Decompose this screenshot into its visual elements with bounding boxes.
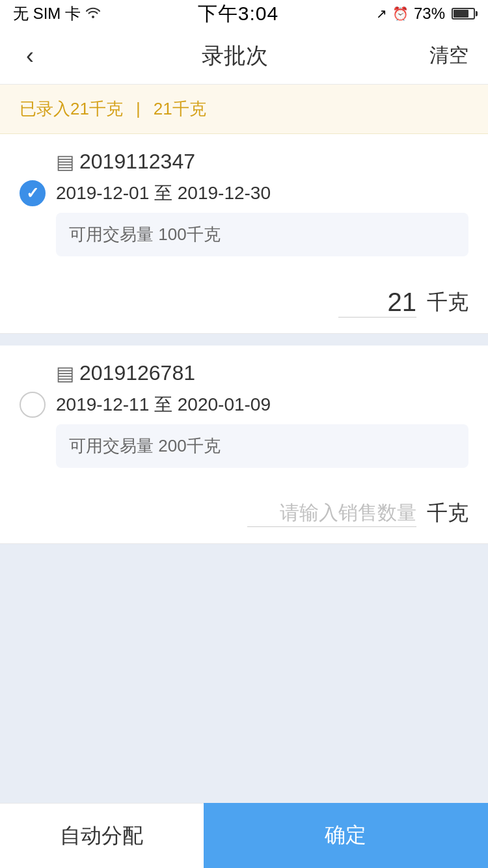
batch-1-icon: ▤ xyxy=(56,150,74,173)
bottom-bar: 自动分配 确定 xyxy=(0,803,488,868)
status-left: 无 SIM 卡 xyxy=(13,3,100,24)
status-bar: 无 SIM 卡 下午3:04 ↗ ⏰ 73% xyxy=(0,0,488,27)
batch-2-radio[interactable] xyxy=(20,392,46,418)
batch-2-available: 可用交易量 200千克 xyxy=(56,424,468,468)
clear-button[interactable]: 清空 xyxy=(429,42,468,69)
confirm-button[interactable]: 确定 xyxy=(204,803,489,868)
batch-1-date-row: 2019-12-01 至 2019-12-30 xyxy=(20,180,468,206)
batch-2-unit: 千克 xyxy=(427,499,468,528)
nav-bar: ‹ 录批次 清空 xyxy=(0,27,488,85)
battery-percent: 73% xyxy=(414,5,445,23)
batch-2-icon: ▤ xyxy=(56,362,74,385)
info-divider-icon: | xyxy=(136,99,141,119)
batch-1-quantity-field[interactable]: 21 xyxy=(338,288,416,318)
section-gap-1 xyxy=(0,334,488,346)
wifi-icon xyxy=(86,5,100,22)
batch-1-quantity-row: 21 千克 xyxy=(0,272,488,334)
battery-icon xyxy=(452,8,475,20)
batch-1-id-row: ▤ 2019112347 xyxy=(20,150,468,174)
batch-2-input-row: 请输入销售数量 千克 xyxy=(0,483,488,544)
sim-label: 无 SIM 卡 xyxy=(13,3,81,24)
batch-1-id: 2019112347 xyxy=(79,150,195,174)
auto-distribute-button[interactable]: 自动分配 xyxy=(0,803,204,868)
batch-2-quantity-field[interactable]: 请输入销售数量 xyxy=(247,500,416,527)
recorded-amount: 已录入21千克 xyxy=(20,98,123,120)
batch-item-1-inner: ▤ 2019112347 2019-12-01 至 2019-12-30 可用交… xyxy=(0,134,488,272)
batch-2-quantity-placeholder: 请输入销售数量 xyxy=(280,502,416,523)
gps-icon: ↗ xyxy=(376,6,387,21)
page-title: 录批次 xyxy=(202,41,268,71)
status-time: 下午3:04 xyxy=(198,1,278,27)
batch-1-radio[interactable] xyxy=(20,180,46,206)
alarm-icon: ⏰ xyxy=(392,6,409,21)
info-banner: 已录入21千克 | 21千克 xyxy=(0,85,488,134)
batch-item-2-inner: ▤ 2019126781 2019-12-11 至 2020-01-09 可用交… xyxy=(0,346,488,483)
total-amount: 21千克 xyxy=(154,98,206,120)
batch-1-quantity-value: 21 xyxy=(388,288,417,316)
batch-2-id: 2019126781 xyxy=(79,361,195,385)
batch-item-1: ▤ 2019112347 2019-12-01 至 2019-12-30 可用交… xyxy=(0,134,488,334)
status-right: ↗ ⏰ 73% xyxy=(376,5,475,23)
batch-2-date: 2019-12-11 至 2020-01-09 xyxy=(56,392,271,417)
batch-item-2: ▤ 2019126781 2019-12-11 至 2020-01-09 可用交… xyxy=(0,346,488,544)
batch-1-unit: 千克 xyxy=(427,288,468,317)
empty-area xyxy=(0,544,488,830)
batch-1-available: 可用交易量 100千克 xyxy=(56,213,468,256)
batch-2-id-row: ▤ 2019126781 xyxy=(20,361,468,385)
back-button[interactable]: ‹ xyxy=(20,36,40,76)
batch-2-date-row: 2019-12-11 至 2020-01-09 xyxy=(20,392,468,418)
batch-1-date: 2019-12-01 至 2019-12-30 xyxy=(56,181,271,206)
